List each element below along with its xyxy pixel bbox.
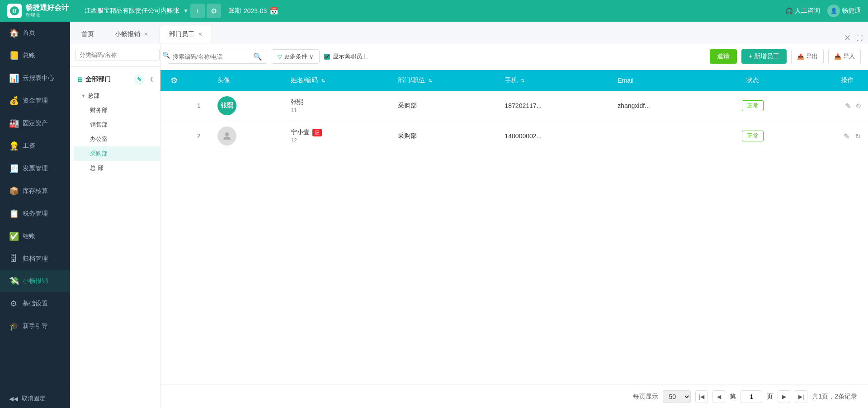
invite-button[interactable]: 邀请 — [710, 49, 737, 64]
page-content: 🔍 ⊞ 全部部门 ✎ 《 ▼ 总部 财 — [70, 43, 868, 408]
row2-name-code: 宁小壹 应 12 — [291, 128, 383, 144]
logo-area: 好 畅捷通好会计 旗舰版 — [7, 3, 77, 19]
col-dept[interactable]: 部门/职位 ⇅ — [391, 70, 498, 91]
sidebar-item-reports[interactable]: 📊 云报表中心 — [0, 67, 70, 89]
row1-edit-button[interactable]: ✎ — [845, 102, 851, 110]
dept-sort-icon[interactable]: ⇅ — [429, 78, 432, 83]
more-filter-button[interactable]: ▽ 更多条件 ∨ — [272, 49, 320, 64]
prev-page-button[interactable]: ◀ — [712, 390, 725, 403]
tab-expense-label: 小畅报销 — [115, 30, 140, 38]
dept-collapse-icon[interactable]: 《 — [147, 76, 153, 84]
row1-status: 正常 — [713, 91, 793, 121]
dept-general-label: 总 部 — [90, 164, 104, 171]
sidebar-item-inventory[interactable]: 📦 库存核算 — [0, 180, 70, 202]
page-input[interactable] — [741, 390, 762, 403]
dept-edit-button[interactable]: ✎ — [134, 74, 145, 85]
page-suffix: 页 — [767, 393, 773, 401]
dept-search-area: 🔍 — [70, 43, 160, 67]
sidebar-item-assets[interactable]: 🏭 固定资产 — [0, 112, 70, 135]
sidebar-label-tax: 税务管理 — [23, 210, 48, 218]
row2-settings — [160, 121, 188, 151]
sidebar-item-settings[interactable]: ⚙ 基础设置 — [0, 292, 70, 315]
import-button[interactable]: 📥 导入 — [828, 49, 861, 64]
row2-name-cell: 宁小壹 应 12 — [283, 121, 391, 151]
next-page-button[interactable]: ▶ — [778, 390, 790, 403]
row2-refresh-button[interactable]: ↻ — [855, 132, 861, 141]
add-employee-button[interactable]: + 新增员工 — [741, 49, 787, 64]
tab-expense[interactable]: 小畅报销 ✕ — [105, 26, 158, 43]
headset-icon: 🎧 — [785, 7, 793, 14]
sidebar-item-home[interactable]: 🏠 首页 — [0, 22, 70, 44]
add-company-button[interactable]: ＋ — [190, 4, 205, 18]
dept-search-input[interactable] — [75, 49, 160, 61]
col-name[interactable]: 姓名/编码 ⇅ — [283, 70, 391, 91]
tab-expense-close[interactable]: ✕ — [144, 31, 148, 38]
sidebar-item-funds[interactable]: 💰 资金管理 — [0, 89, 70, 112]
row1-status-tag: 正常 — [742, 100, 764, 111]
first-page-button[interactable]: |◀ — [695, 390, 708, 403]
export-button[interactable]: 📤 导出 — [791, 49, 824, 64]
dept-item-purchase[interactable]: 采购部 — [74, 146, 160, 161]
user-menu[interactable]: 👤 畅捷通 — [827, 5, 861, 17]
phone-sort-icon[interactable]: ⇅ — [521, 78, 524, 83]
col-status: 状态 — [713, 70, 793, 91]
sidebar-label-invoice: 发票管理 — [23, 164, 48, 173]
app-name: 畅捷通好会计 — [25, 3, 69, 12]
sidebar-item-tax[interactable]: 📋 税务管理 — [0, 202, 70, 225]
sidebar-item-payroll[interactable]: 👷 工资 — [0, 135, 70, 157]
per-page-label: 每页显示 — [633, 393, 658, 401]
content-area: 首页 小畅报销 ✕ 部门员工 ✕ ✕ ⛶ 🔍 — [70, 22, 868, 408]
employee-search-box: 🔍 — [168, 50, 267, 64]
tab-dept-close[interactable]: ✕ — [198, 31, 203, 38]
row2-edit-button[interactable]: ✎ — [844, 132, 849, 141]
show-resigned-checkbox[interactable] — [324, 54, 330, 60]
dept-item-general[interactable]: 总 部 — [74, 161, 160, 175]
cancel-fixed-button[interactable]: ◀◀ 取消固定 — [0, 389, 70, 408]
tab-dept[interactable]: 部门员工 ✕ — [160, 26, 212, 43]
tab-bar-right: ✕ ⛶ — [840, 33, 868, 43]
dept-item-finance[interactable]: 财务部 — [74, 103, 160, 117]
sidebar-item-guide[interactable]: 🎓 新手引导 — [0, 315, 70, 338]
filter-label: 更多条件 — [284, 52, 307, 61]
table-row: 2 宁小壹 — [160, 121, 868, 151]
name-sort-icon[interactable]: ⇅ — [321, 78, 325, 83]
payroll-icon: 👷 — [9, 141, 18, 151]
employee-search-input[interactable] — [173, 53, 250, 60]
dept-item-sales[interactable]: 销售部 — [74, 117, 160, 132]
filter-icon: ▽ — [278, 53, 282, 60]
service-button[interactable]: 🎧 人工咨询 — [785, 7, 820, 15]
home-icon: 🏠 — [9, 28, 18, 38]
search-icon[interactable]: 🔍 — [253, 52, 262, 61]
resize-icon[interactable]: ⛶ — [854, 34, 864, 42]
table-row: 1 张熙 张熙 11 — [160, 91, 868, 121]
last-page-button[interactable]: ▶| — [795, 390, 807, 403]
row1-name: 张熙 — [291, 98, 383, 106]
show-resigned-checkbox-area[interactable]: 显示离职员工 — [324, 52, 368, 61]
close-window-icon[interactable]: ✕ — [840, 33, 854, 43]
per-page-select[interactable]: 50 100 200 — [663, 390, 691, 403]
arrow-icon: ▼ — [81, 93, 86, 98]
settings-button[interactable]: ⚙ — [207, 4, 221, 18]
dept-item-office[interactable]: 办公室 — [74, 132, 160, 146]
company-dropdown-arrow[interactable]: ▼ — [183, 8, 189, 14]
row1-logout-button[interactable]: ⎋ — [856, 102, 861, 110]
sidebar-item-ledger[interactable]: 📒 总账 — [0, 44, 70, 67]
sidebar-item-archive[interactable]: 🗄 归档管理 — [0, 248, 70, 270]
sidebar-item-expense[interactable]: 💸 小畅报销 — [0, 270, 70, 292]
expense-icon: 💸 — [9, 276, 18, 286]
close-period-icon: ✅ — [9, 231, 18, 241]
col-phone[interactable]: 手机 ⇅ — [498, 70, 611, 91]
employee-table-area: ⚙ 头像 姓名/编码 ⇅ — [160, 70, 868, 385]
sidebar-item-close[interactable]: ✅ 结账 — [0, 225, 70, 248]
company-selector[interactable]: 江西服宝精品有限责任公司内账张 ▼ — [85, 7, 189, 15]
row1-email: zhangxidf... — [610, 91, 713, 121]
sidebar-label-expense: 小畅报销 — [23, 277, 48, 285]
dept-group-hq-header[interactable]: ▼ 总部 — [74, 89, 160, 103]
row2-phone: 140000002... — [498, 121, 611, 151]
app-name-block: 畅捷通好会计 旗舰版 — [25, 3, 69, 19]
dept-all-button[interactable]: ⊞ 全部部门 ✎ 《 — [70, 70, 160, 89]
tab-home[interactable]: 首页 — [72, 26, 104, 43]
sidebar-item-invoice[interactable]: 🧾 发票管理 — [0, 157, 70, 180]
calendar-icon[interactable]: 📅 — [269, 7, 278, 15]
table-settings-icon[interactable]: ⚙ — [170, 76, 178, 85]
